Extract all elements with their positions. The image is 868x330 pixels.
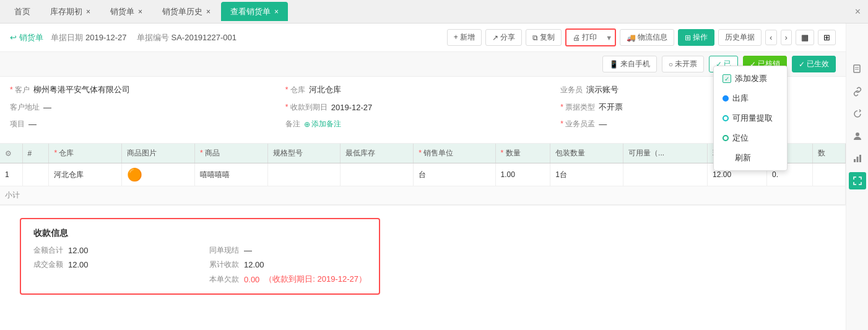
effect-status-btn[interactable]: ✓ 已生效: [792, 56, 836, 72]
dropdown-item-refresh[interactable]: 刷新: [714, 148, 787, 168]
ops-icon: ⊞: [685, 33, 691, 42]
form-row-1: 客户 柳州粤港平安气体有限公司 仓库 河北仓库 业务员 演示账号: [10, 84, 836, 95]
sidebar-doc-icon[interactable]: [849, 61, 866, 78]
next-button[interactable]: ›: [781, 30, 792, 45]
col-settings[interactable]: ⚙: [0, 144, 22, 163]
tab-view-sales[interactable]: 查看销货单 ×: [221, 2, 288, 21]
row-extra: [813, 163, 846, 186]
cumulative-value: 12.00: [244, 260, 264, 269]
outbound-radio-icon: [723, 95, 729, 102]
staff-field: 业务员 演示账号: [560, 84, 836, 95]
mobile-status-btn[interactable]: 📱 来自手机: [602, 56, 657, 72]
invoice-icon: ○: [669, 60, 673, 69]
remark-label: 备注: [285, 119, 300, 129]
doc-meta: 单据日期 2019-12-27 单据编号 SA-20191227-001: [51, 32, 237, 43]
project-value: —: [28, 119, 37, 129]
print-dropdown-arrow[interactable]: ▼: [603, 32, 615, 44]
payment-info-box: 收款信息 金额合计 12.00 同单现结 — 成交金额 12.00: [20, 218, 380, 295]
cumulative-label: 累计收款: [209, 259, 239, 270]
col-warehouse: 仓库: [49, 144, 122, 163]
svg-rect-4: [854, 159, 856, 162]
available-radio-icon: [723, 115, 729, 121]
customer-label: 客户: [10, 85, 30, 95]
col-more: 数: [813, 144, 846, 163]
tab-home[interactable]: 首页: [5, 2, 40, 21]
sidebar-chart-icon[interactable]: [849, 150, 866, 167]
dropdown-item-outbound[interactable]: 出库: [714, 89, 787, 108]
doc-header: ↩ 销货单 单据日期 2019-12-27 单据编号 SA-20191227-0…: [0, 24, 846, 52]
row-sales-unit: 台: [414, 163, 495, 186]
subtotal-row: 小计: [0, 186, 846, 205]
arrears-value: 0.00: [244, 275, 259, 284]
total-amount-item: 金额合计 12.00: [33, 245, 191, 256]
dropdown-item-available[interactable]: 可用量提取: [714, 108, 787, 128]
row-num: 1: [0, 163, 22, 186]
transaction-value: 12.00: [68, 260, 89, 269]
same-order-item: 同单现结 —: [209, 245, 367, 256]
col-sales-unit: 销售单位: [414, 144, 495, 163]
dropdown-item-location[interactable]: 定位: [714, 128, 787, 148]
project-label: 项目: [10, 119, 25, 129]
close-inventory-tab[interactable]: ×: [86, 7, 90, 16]
copy-button[interactable]: ⧉ 复制: [526, 29, 562, 46]
warehouse-label: 仓库: [285, 85, 305, 95]
col-quantity: 数量: [495, 144, 550, 163]
copy-icon: ⧉: [532, 33, 538, 42]
invoice-checkbox-icon: ✓: [723, 74, 731, 83]
new-button[interactable]: + 新增: [447, 29, 482, 46]
share-button[interactable]: ↗ 分享: [485, 29, 522, 46]
close-sales-tab[interactable]: ×: [138, 7, 142, 16]
sidebar-link-icon[interactable]: [849, 83, 866, 100]
tab-inventory-start[interactable]: 库存期初 ×: [41, 2, 100, 21]
tab-sales-history[interactable]: 销货单历史 ×: [153, 2, 220, 21]
staff-value: 演示账号: [586, 84, 618, 95]
effect-icon: ✓: [799, 60, 805, 69]
biz-staff-field: 业务员孟 —: [560, 119, 836, 129]
staff-label: 业务员: [560, 85, 583, 95]
mobile-icon: 📱: [609, 60, 618, 69]
prev-button[interactable]: ‹: [765, 30, 776, 45]
svg-rect-6: [859, 155, 861, 162]
row-seq: [22, 163, 49, 186]
settings-icon[interactable]: ⚙: [5, 149, 12, 158]
invoice-status-btn[interactable]: ○ 未开票: [662, 56, 704, 72]
history-button[interactable]: 历史单据: [718, 29, 762, 46]
location-radio-icon: [723, 135, 729, 141]
row-available: [623, 163, 708, 186]
sidebar-expand-icon[interactable]: [849, 172, 866, 189]
number-label: 单据编号: [137, 32, 169, 43]
arrears-label: 本单欠款: [209, 274, 239, 285]
right-sidebar: [846, 24, 868, 330]
row-warehouse: 河北仓库: [49, 163, 122, 186]
svg-rect-0: [854, 65, 860, 72]
transaction-item: 成交金额 12.00: [33, 259, 191, 270]
tab-bar: 首页 库存期初 × 销货单 × 销货单历史 × 查看销货单 × ×: [0, 0, 868, 24]
close-history-tab[interactable]: ×: [206, 7, 210, 16]
svg-rect-5: [856, 157, 858, 162]
print-button[interactable]: 🖨 打印: [566, 30, 603, 45]
tab-sales-order[interactable]: 销货单 ×: [101, 2, 152, 21]
add-remark-btn[interactable]: ⊕ 添加备注: [304, 119, 341, 129]
grid-view-1[interactable]: ▦: [796, 30, 814, 45]
sidebar-rotate-icon[interactable]: [849, 105, 866, 123]
ticket-type-field: 票据类型 不开票: [560, 102, 836, 113]
due-date-field: 收款到期日 2019-12-27: [285, 102, 561, 113]
dropdown-item-invoice[interactable]: ✓ 添加发票: [714, 69, 787, 89]
col-num: #: [22, 144, 49, 163]
ops-button[interactable]: ⊞ 操作: [678, 29, 714, 46]
grid-view-2[interactable]: ⊞: [818, 30, 836, 45]
col-spec: 规格型号: [267, 144, 341, 163]
sidebar-user-icon[interactable]: [849, 128, 866, 145]
close-view-tab[interactable]: ×: [274, 7, 279, 16]
logistics-button[interactable]: 🚚 物流信息: [620, 29, 674, 46]
row-spec: [267, 163, 341, 186]
product-image: 🟠: [127, 168, 142, 181]
ticket-type-label: 票据类型: [560, 102, 595, 113]
biz-staff-label: 业务员孟: [560, 119, 595, 129]
close-all-tabs[interactable]: ×: [855, 6, 861, 17]
same-order-value: —: [244, 246, 252, 255]
print-highlight: 🖨 打印 ▼: [565, 28, 616, 46]
row-min-stock: [341, 163, 414, 186]
cumulative-item: 累计收款 12.00: [209, 259, 367, 270]
row-product: 嘻嘻嘻嘻: [194, 163, 267, 186]
